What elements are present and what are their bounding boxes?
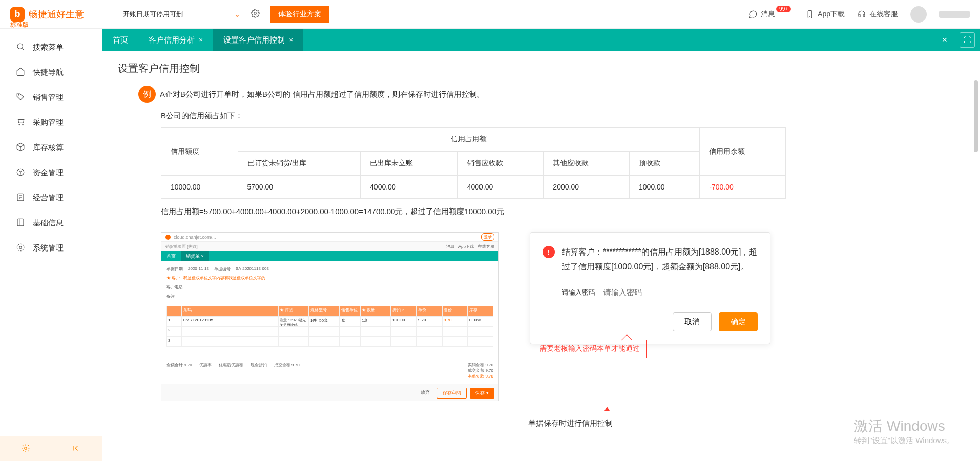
tab-label: 客户信用分析 [149,35,195,45]
phone-icon [805,10,815,19]
sidebar-item-label: 搜索菜单 [33,43,64,52]
sidebar-item-inventory[interactable]: 库存核算 [0,135,102,160]
messages-button[interactable]: 消息 99+ [748,10,793,19]
support-button[interactable]: 在线客服 [857,10,898,19]
sidebar: 搜索菜单 快捷导航 销售管理 采购管理 库存核算 资金管理 经营管理 基础信息 … [0,29,102,461]
tab-credit-control[interactable]: 设置客户信用控制× [213,29,303,51]
th-occupy: 信用占用额 [238,128,700,152]
messages-label: 消息 [761,10,775,19]
sidebar-item-label: 基础信息 [33,218,64,228]
search-icon [15,42,26,53]
th-c4: 其他应收款 [544,152,630,176]
example-badge: 例 [138,86,156,103]
th-limit: 信用额度 [161,128,238,176]
td-v1: 5700.00 [238,176,361,199]
box-icon [15,142,26,153]
arrow-up-icon [604,407,610,411]
sidebar-item-quicknav[interactable]: 快捷导航 [0,60,102,85]
tab-bar: 首页 客户信用分析× 设置客户信用控制× ✕ ⛶ [102,29,980,51]
svg-point-17 [19,246,22,249]
td-v3: 4000.00 [457,176,544,199]
cta-button[interactable]: 体验行业方案 [270,6,329,23]
svg-point-5 [18,95,19,96]
fullscreen-button[interactable]: ⛶ [960,32,975,48]
home-icon [15,67,26,78]
page-title: 设置客户信用控制 [102,51,980,75]
svg-point-0 [254,12,257,15]
user-name-placeholder [939,11,970,18]
collapse-icon[interactable] [72,444,81,454]
top-right: 消息 99+ App下载 在线客服 [748,6,970,23]
avatar[interactable] [910,6,927,23]
ok-button[interactable]: 确定 [719,312,758,331]
illustration-row: cloud.chanjet.com/...登录 销货单页面 [失败]消息App下… [161,232,944,401]
sidebar-item-funds[interactable]: 资金管理 [0,160,102,185]
tab-credit-analysis[interactable]: 客户信用分析× [138,29,213,51]
tab-label: 首页 [113,35,128,45]
password-input[interactable] [601,285,704,300]
credit-warning-dialog: ! 结算客户：************的信用占用额为[1888.00元]，超过了… [530,232,770,344]
system-icon [15,243,26,254]
sidebar-item-label: 经营管理 [33,193,64,203]
cancel-button[interactable]: 取消 [673,312,712,331]
close-icon[interactable]: × [199,36,203,44]
brand-name: 畅捷通好生意 [29,8,84,20]
svg-rect-1 [808,10,812,18]
messages-badge: 99+ [776,6,791,12]
logo-icon: b [10,7,25,22]
tag-icon [15,92,26,103]
svg-point-6 [19,124,20,125]
example-text: A企对B公司进行开单时，如果B公司的 信用占用额超过了信用额度，则在保存时进行信… [160,90,485,99]
svg-point-16 [17,244,24,251]
scrollbar[interactable] [973,75,979,461]
table-row: 10000.00 5700.00 4000.00 4000.00 2000.00… [161,176,786,199]
close-icon[interactable]: × [289,36,293,44]
sidebar-item-label: 销售管理 [33,93,64,102]
tab-label: 设置客户信用控制 [223,35,285,45]
message-icon [748,10,758,19]
td-limit: 10000.00 [161,176,238,199]
logo-area: b 畅捷通好生意 [10,7,102,22]
account-period-dropdown[interactable]: 开账日期可停用可删 ⌄ [123,10,240,19]
sidebar-item-purchase[interactable]: 采购管理 [0,110,102,135]
dialog-message: 结算客户：************的信用占用额为[1888.00元]，超过了信用… [562,245,758,275]
tab-home[interactable]: 首页 [102,29,138,51]
sidebar-item-sales[interactable]: 销售管理 [0,85,102,110]
th-balance: 信用用余额 [700,128,786,176]
gear-icon[interactable] [251,9,260,19]
th-c5: 预收款 [630,152,700,176]
svg-point-7 [23,124,24,125]
money-icon [15,167,26,178]
chevron-down-icon: ⌄ [234,10,240,18]
sidebar-item-label: 资金管理 [33,168,64,178]
svg-rect-14 [17,219,24,226]
settings-icon[interactable] [21,444,30,454]
sidebar-item-search[interactable]: 搜索菜单 [0,35,102,60]
top-bar: b 畅捷通好生意 标准版 开账日期可停用可删 ⌄ 体验行业方案 消息 99+ A… [0,0,980,29]
caption-row: 单据保存时进行信用控制 [446,406,944,428]
sidebar-item-label: 采购管理 [33,118,64,128]
sidebar-item-basic[interactable]: 基础信息 [0,211,102,236]
svg-point-18 [25,447,27,449]
th-c2: 已出库未立账 [361,152,458,176]
svg-line-4 [22,48,24,50]
voucher-screenshot: cloud.chanjet.com/...登录 销货单页面 [失败]消息App下… [161,232,499,401]
brand-edition: 标准版 [10,20,29,29]
td-balance: -700.00 [700,176,786,199]
td-v5: 1000.00 [630,176,700,199]
sidebar-item-operation[interactable]: 经营管理 [0,185,102,211]
sidebar-item-system[interactable]: 系统管理 [0,236,102,261]
warning-icon: ! [543,246,555,258]
support-label: 在线客服 [869,10,898,19]
dropdown-label: 开账日期可停用可删 [123,10,183,19]
main: 首页 客户信用分析× 设置客户信用控制× ✕ ⛶ 设置客户信用控制 例 A企对B… [102,29,980,461]
sidebar-item-label: 系统管理 [33,243,64,253]
app-download-button[interactable]: App下载 [805,10,845,19]
cart-icon [15,117,26,128]
sub-text: B公司的信用额占如下： [161,111,944,121]
sidebar-footer [0,436,102,461]
sidebar-item-label: 快捷导航 [33,68,64,77]
close-all-tabs-button[interactable]: ✕ [937,32,952,48]
info-icon [15,218,26,228]
app-label: App下载 [818,10,845,19]
